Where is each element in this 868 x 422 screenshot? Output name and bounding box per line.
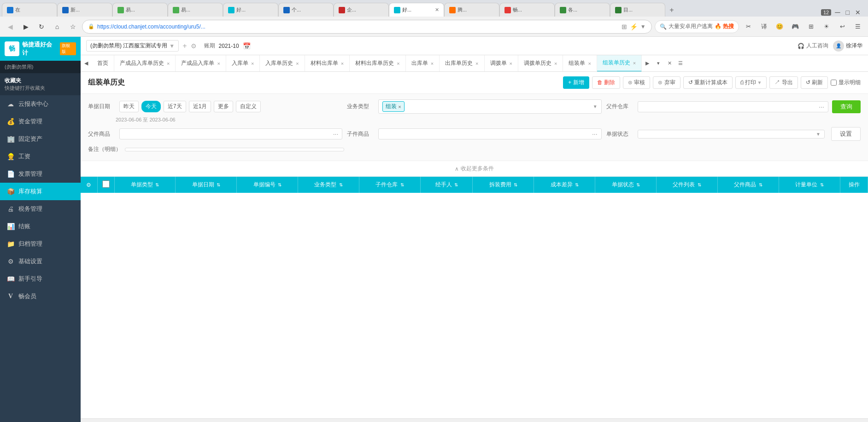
biz-type-remove[interactable]: × (398, 104, 401, 110)
address-dropdown-icon[interactable]: ▼ (640, 23, 646, 30)
forward-button[interactable]: ▶ (19, 20, 32, 33)
browser-tab-7[interactable]: 企... (334, 3, 389, 17)
scissor-icon[interactable]: ✂ (742, 20, 755, 33)
gamepad-icon[interactable]: 🎮 (789, 20, 802, 33)
sidebar-item-salary[interactable]: 👷 工资 (0, 148, 81, 165)
th-doc-type[interactable]: 单据类型 ⇅ (114, 177, 176, 193)
calendar-icon[interactable]: 📅 (243, 42, 251, 50)
th-unit[interactable]: 计量单位 ⇅ (779, 177, 840, 193)
browser-tab-10[interactable]: 畅... (499, 3, 555, 17)
th-child-warehouse[interactable]: 子件仓库 ⇅ (359, 177, 421, 193)
address-bar[interactable]: 🔒 https://cloud.chanjet.com/accounting/u… (82, 20, 652, 34)
page-tab-close-outbound-history[interactable]: × (475, 61, 478, 66)
settings-gear-th-icon[interactable]: ⚙ (86, 182, 91, 188)
sidebar-item-inventory[interactable]: 📦 库存核算 (0, 183, 81, 200)
page-tab-close-material-out[interactable]: × (341, 61, 344, 66)
page-tab-close-transfer[interactable]: × (510, 61, 512, 66)
address-lightning-icon[interactable]: ⚡ (630, 23, 638, 30)
browser-tab-11[interactable]: 各... (555, 3, 610, 17)
new-tab-button[interactable]: + (665, 4, 678, 17)
apps-icon[interactable]: ⊞ (804, 20, 817, 33)
page-tab-finished[interactable]: 产成品入库单 × (176, 55, 226, 72)
bookmark-button[interactable]: ☆ (66, 20, 79, 33)
sidebar-item-fixed-assets[interactable]: 🏢 固定资产 (0, 130, 81, 148)
date-btn-1month[interactable]: 近1月 (189, 101, 211, 112)
page-tab-close-inbound-history[interactable]: × (296, 61, 299, 66)
emoji-icon[interactable]: 😊 (773, 20, 786, 33)
sidebar-item-membership[interactable]: V 畅会员 (0, 288, 81, 305)
page-tab-outbound-history[interactable]: 出库单历史 × (440, 55, 484, 72)
print-button[interactable]: ⎙ 打印 ▼ (735, 76, 767, 89)
date-btn-custom[interactable]: 自定义 (236, 101, 261, 112)
th-checkbox[interactable] (97, 177, 114, 193)
set-button[interactable]: 设置 (831, 127, 861, 141)
page-tab-transfer-history[interactable]: 调拨单历史 × (518, 55, 563, 72)
sidebar-item-invoice[interactable]: 📄 发票管理 (0, 165, 81, 183)
page-tab-close-finished[interactable]: × (217, 61, 220, 66)
home-button[interactable]: ⌂ (51, 20, 64, 33)
page-tab-close-outbound[interactable]: × (431, 61, 434, 66)
page-tab-inbound[interactable]: 入库单 × (226, 55, 260, 72)
page-tab-inbound-history[interactable]: 入库单历史 × (260, 55, 305, 72)
sidebar-item-archive[interactable]: 📁 归档管理 (0, 235, 81, 253)
translate-icon[interactable]: 译 (757, 20, 770, 33)
date-btn-7days[interactable]: 近7天 (164, 101, 186, 112)
notes-input[interactable] (125, 148, 344, 151)
sidebar-item-closing[interactable]: 📊 结账 (0, 218, 81, 235)
export-button[interactable]: ↗ 导出 (769, 76, 798, 89)
add-button[interactable]: + 新增 (563, 76, 589, 89)
browser-tab-1[interactable]: 在 (2, 3, 57, 17)
refresh-button[interactable]: ↺ 刷新 (801, 76, 828, 89)
th-doc-date[interactable]: 单据日期 ⇅ (176, 177, 237, 193)
minimize-icon[interactable]: ─ (833, 8, 842, 17)
abandon-button[interactable]: ⊙ 弃审 (653, 76, 680, 89)
query-button[interactable]: 查询 (832, 100, 861, 113)
th-handler[interactable]: 经手人 ⇅ (420, 177, 473, 193)
user-service[interactable]: 🎧 人工咨询 (798, 42, 828, 50)
tab-scroll-right[interactable]: ▶ (642, 55, 653, 72)
maximize-icon[interactable]: □ (844, 9, 851, 16)
page-tab-close-finished-history[interactable]: × (167, 61, 170, 66)
browser-tab-4[interactable]: 易... (168, 3, 223, 17)
close-window-icon[interactable]: ✕ (853, 9, 862, 16)
parent-goods-input[interactable]: ··· (119, 128, 342, 139)
th-cost-diff[interactable]: 成本差异 ⇅ (534, 177, 595, 193)
print-dropdown-icon[interactable]: ▼ (757, 80, 762, 85)
page-tab-close-material-out-history[interactable]: × (397, 61, 399, 66)
parent-goods-dots[interactable]: ··· (333, 130, 339, 138)
search-bar[interactable]: 🔍 大量安卓用户逃离 🔥 热搜 (655, 20, 739, 33)
date-btn-more[interactable]: 更多 (214, 101, 233, 112)
page-tab-close-inbound[interactable]: × (251, 61, 254, 66)
browser-tab-6[interactable]: 个... (278, 3, 334, 17)
biz-type-input[interactable]: 组装 × ▼ (378, 99, 601, 114)
browser-tab-close-8[interactable]: ✕ (435, 7, 439, 13)
sidebar-item-settings[interactable]: ⚙ 基础设置 (0, 253, 81, 270)
recalc-button[interactable]: ↺ 重新计算成本 (683, 76, 733, 89)
add-company-icon[interactable]: + (182, 42, 187, 50)
delete-button[interactable]: 🗑 删除 (592, 76, 620, 89)
tab-more-options[interactable]: ☰ (675, 55, 686, 72)
page-tab-outbound[interactable]: 出库单 × (406, 55, 440, 72)
status-dropdown[interactable]: ▼ (816, 132, 821, 137)
biz-type-dropdown[interactable]: ▼ (593, 104, 598, 109)
show-detail-checkbox-label[interactable]: 显示明细 (831, 79, 861, 87)
bottom-scrollbar[interactable] (81, 418, 868, 422)
reload-button[interactable]: ↻ (35, 20, 48, 33)
page-tab-assembly[interactable]: 组装单 × (563, 55, 597, 72)
th-parent-list[interactable]: 父件列表 ⇅ (657, 177, 718, 193)
parent-warehouse-input[interactable]: ··· (638, 101, 828, 112)
browser-tab-12[interactable]: 目... (610, 3, 665, 17)
date-btn-yesterday[interactable]: 昨天 (119, 101, 139, 112)
browser-tab-3[interactable]: 易... (112, 3, 168, 17)
select-all-checkbox[interactable] (102, 180, 110, 188)
child-goods-dots[interactable]: ··· (592, 130, 598, 138)
settings-gear-icon[interactable]: ⚙ (191, 42, 197, 50)
page-tab-transfer[interactable]: 调拨单 × (485, 55, 518, 72)
th-doc-num[interactable]: 单据编号 ⇅ (237, 177, 298, 193)
page-tab-material-out[interactable]: 材料出库单 × (305, 55, 350, 72)
page-tab-material-out-history[interactable]: 材料出库单历史 × (350, 55, 405, 72)
th-settings[interactable]: ⚙ (81, 177, 97, 193)
page-tab-close-assembly[interactable]: × (588, 61, 591, 66)
page-tab-close-transfer-history[interactable]: × (554, 61, 557, 66)
browser-tab-9[interactable]: 腾... (444, 3, 499, 17)
